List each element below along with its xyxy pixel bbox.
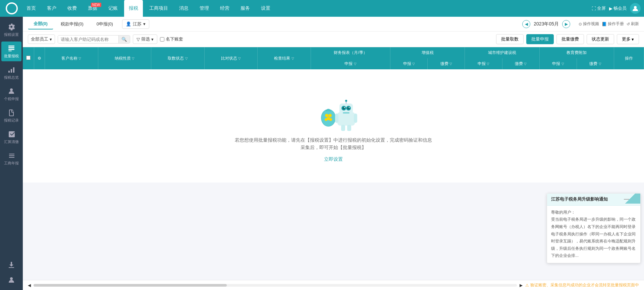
- batch-declare-btn[interactable]: 批量申报: [526, 34, 554, 44]
- nav-bizproject[interactable]: 工商项目: [145, 0, 173, 17]
- vat-pay-filter[interactable]: ▽: [449, 62, 452, 66]
- scroll-right-btn[interactable]: ▶: [520, 283, 523, 288]
- nav-invoice[interactable]: 票据 NEW: [83, 0, 102, 17]
- tax-nature-filter-icon[interactable]: ▽: [132, 57, 135, 60]
- accounts-checkbox[interactable]: [160, 37, 164, 42]
- next-month-btn[interactable]: ▶: [562, 20, 570, 28]
- svg-point-13: [328, 114, 332, 117]
- svg-rect-5: [8, 71, 10, 73]
- tab-tax-declare[interactable]: 税款申报(0): [55, 19, 89, 29]
- search-input[interactable]: [58, 35, 118, 43]
- nav-manage[interactable]: 管理: [195, 0, 214, 17]
- empty-main-text: 若您想使用批量报税功能，请先在【报税设置】中进行报税的初始化设置，完成密码验证和…: [233, 136, 434, 151]
- filter-button[interactable]: ▽ 筛选 ▾: [133, 34, 157, 44]
- nav-home[interactable]: 首页: [22, 0, 41, 17]
- svg-rect-1: [8, 46, 14, 47]
- search-wrap: 🔍: [58, 35, 130, 44]
- sidebar-label-personal-tax: 个税申报: [4, 96, 19, 101]
- op-manual-btn[interactable]: 📘 操作手册: [602, 21, 624, 27]
- checkbox-label: 名下账套: [166, 36, 183, 42]
- month-nav: ◀ 2023年05月 ▶: [522, 20, 570, 28]
- svg-rect-3: [8, 49, 14, 50]
- nav-settings[interactable]: 设置: [256, 0, 275, 17]
- batch-fetch-btn[interactable]: 批量取数: [496, 34, 524, 44]
- scroll-left-btn[interactable]: ◀: [28, 283, 31, 288]
- notification-body: 尊敬的用户：受当前电子税务局进一步升级的影响，同一个政务网账号（办税人）名下的企…: [547, 206, 640, 263]
- financial-declare-filter[interactable]: ▽: [354, 62, 357, 66]
- horizontal-scrollbar[interactable]: [34, 284, 517, 287]
- th-vat-pay: 缴费 ▽: [428, 58, 465, 69]
- prev-month-btn[interactable]: ◀: [522, 20, 530, 28]
- sidebar-item-annual-report[interactable]: 工商年报: [1, 149, 21, 168]
- status-update-btn[interactable]: 状态更新: [587, 34, 614, 44]
- customer-filter-icon[interactable]: ▽: [78, 57, 81, 60]
- tab-all[interactable]: 全部(0): [28, 18, 53, 29]
- sidebar-label-tax-settings: 报税设置: [4, 32, 19, 37]
- th-gear: ⚙: [34, 47, 45, 69]
- th-customer-name: 客户名称 ▽: [45, 47, 98, 69]
- th-fetch-status: 取数状态 ▽: [151, 47, 205, 69]
- refresh-btn[interactable]: ↺ 刷新: [627, 21, 639, 27]
- warn-text: ⚠ 验证账密、采集信息均成功的企业才会流转至批量报税页面中: [525, 282, 639, 288]
- sidebar-item-personal-tax[interactable]: 个税申报: [1, 84, 21, 104]
- notification-title: 江苏电子税务局升级影响通知: [551, 196, 608, 202]
- city-pay-filter[interactable]: ▽: [524, 62, 527, 66]
- nav-operation[interactable]: 经营: [215, 0, 234, 17]
- logo[interactable]: [3, 2, 20, 14]
- nav-message[interactable]: 消息: [174, 0, 193, 17]
- sidebar-item-batch-tax[interactable]: 批量报税: [1, 42, 21, 61]
- select-all-checkbox[interactable]: [26, 56, 31, 60]
- sidebar-item-tax-record[interactable]: 报税记录: [1, 106, 21, 126]
- setup-link[interactable]: 立即设置: [324, 156, 343, 162]
- tax-summary-icon: [7, 66, 15, 74]
- sidebar-label-tax-summary: 报税总览: [4, 75, 19, 80]
- sidebar-label-batch-tax: 批量报税: [4, 54, 19, 59]
- check-result-filter-icon[interactable]: ▽: [291, 57, 294, 60]
- tab-zero-declare[interactable]: 0申报(0): [91, 19, 119, 29]
- nav-billing[interactable]: 收费: [63, 0, 82, 17]
- gear-icon[interactable]: ⚙: [38, 56, 41, 61]
- op-video-btn[interactable]: ⊙ 操作视频: [579, 21, 599, 27]
- compare-status-filter-icon[interactable]: ▽: [238, 57, 241, 60]
- sidebar-item-user[interactable]: [1, 273, 21, 287]
- sidebar-item-settlement[interactable]: 汇算清缴: [1, 127, 21, 147]
- current-month: 2023年05月: [534, 21, 559, 27]
- member-btn[interactable]: ▶ 畅会员: [609, 5, 627, 11]
- sidebar-item-tax-settings[interactable]: 报税设置: [1, 20, 21, 40]
- user-icon: [7, 276, 15, 284]
- sidebar-item-download[interactable]: [1, 258, 21, 272]
- sidebar-item-tax-summary[interactable]: 报税总览: [1, 63, 21, 83]
- vat-declare-filter[interactable]: ▽: [412, 62, 415, 66]
- nav-bookkeeping[interactable]: 记账: [104, 0, 122, 17]
- fullscreen-btn[interactable]: ⛶ 全屏: [592, 5, 606, 11]
- th-vat-declare: 申报 ▽: [390, 58, 428, 69]
- fetch-status-filter-icon[interactable]: ▽: [185, 57, 188, 60]
- bottom-bar: ◀ ▶ ⚠ 验证账密、采集信息均成功的企业才会流转至批量报税页面中: [23, 280, 644, 290]
- th-financial-report: 财务报表（月/季）: [311, 47, 390, 58]
- nav-service[interactable]: 服务: [236, 0, 255, 17]
- nav-customer[interactable]: 客户: [42, 0, 61, 17]
- sidebar-bottom: [1, 258, 21, 290]
- download-icon: [7, 261, 15, 269]
- chevron-down-icon: ▾: [50, 37, 52, 42]
- nav-tax[interactable]: 报税: [124, 0, 143, 17]
- search-button[interactable]: 🔍: [118, 35, 130, 43]
- batch-pay-btn[interactable]: 批量缴费: [556, 34, 584, 44]
- sidebar-label-annual-report: 工商年报: [4, 161, 19, 166]
- th-financial-declare: 申报 ▽: [311, 58, 390, 69]
- th-operations: 操作: [614, 47, 644, 69]
- th-tax-nature: 纳税性质 ▽: [98, 47, 151, 69]
- sidebar-label-tax-record: 报税记录: [4, 118, 19, 123]
- more-btn[interactable]: 更多 ▾: [617, 34, 639, 44]
- toolbar: 全部员工 ▾ 🔍 ▽ 筛选 ▾ 名下账套 批量取数 批量申报 批量缴费 状态更新: [23, 31, 644, 47]
- sub-tabs-right: ⊙ 操作视频 📘 操作手册 ↺ 刷新: [579, 21, 639, 27]
- city-declare-filter[interactable]: ▽: [487, 62, 489, 66]
- checkbox-wrap[interactable]: 名下账套: [160, 36, 183, 42]
- user-avatar[interactable]: [630, 3, 641, 14]
- edu-pay-filter[interactable]: ▽: [599, 62, 601, 66]
- edu-declare-filter[interactable]: ▽: [561, 62, 564, 66]
- chevron-down-icon: ▾: [632, 37, 634, 42]
- province-selector[interactable]: 👤 江苏 ▾: [122, 19, 149, 29]
- employee-filter[interactable]: 全部员工 ▾: [28, 34, 55, 44]
- settlement-icon: [7, 130, 15, 138]
